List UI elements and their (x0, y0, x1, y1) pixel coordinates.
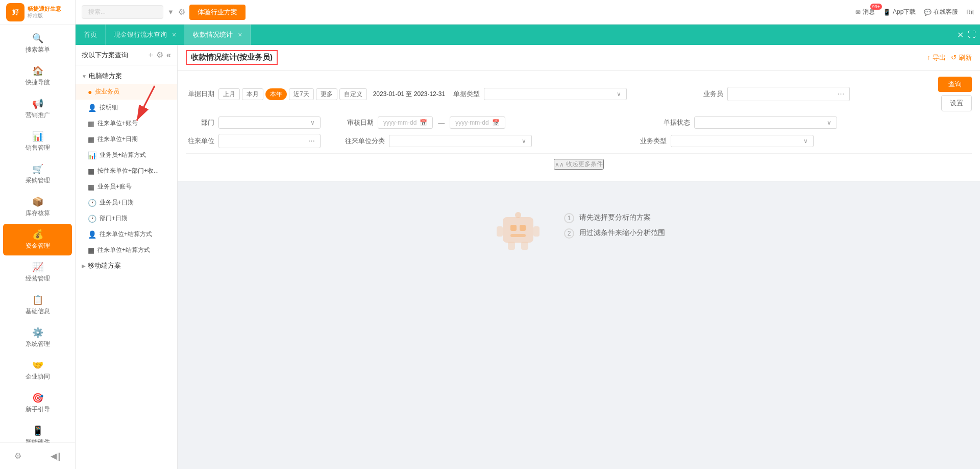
tab-bank-flow[interactable]: 现金银行流水查询 × (106, 25, 185, 45)
tree-item-by-salesperson[interactable]: ● 按业务员 (76, 84, 177, 100)
logo-icon: 好 (6, 3, 24, 21)
app-download-btn[interactable]: 📱 App下载 (883, 8, 916, 16)
review-date-label: 审核日期 (345, 118, 374, 127)
date-btn-last-month[interactable]: 上月 (218, 88, 240, 100)
date-btn-more[interactable]: 更多 (316, 88, 337, 100)
trial-btn[interactable]: 体验行业方案 (189, 5, 246, 20)
tree-group-mobile-header[interactable]: ▶ 移动端方案 (76, 258, 177, 273)
basic-info-icon: 📋 (32, 294, 43, 306)
sidebar-footer: ⚙ ◀‖ (0, 442, 75, 469)
online-service-btn[interactable]: 💬 在线客服 (924, 8, 958, 16)
tree-item-partner-date[interactable]: ▦ 往来单位+日期 (76, 131, 177, 147)
partner-dropdown[interactable]: ··· (218, 134, 321, 148)
salesperson-dropdown[interactable]: ··· (727, 87, 850, 101)
quick-nav-icon: 🏠 (32, 65, 43, 77)
svg-rect-10 (508, 242, 515, 250)
export-btn[interactable]: ↑ 导出 (927, 53, 946, 62)
tabbar-right: ✕ ⛶ (957, 25, 980, 45)
sidebar-item-finance[interactable]: 💰 资金管理 (3, 224, 72, 255)
review-date-to[interactable]: yyyy-mm-dd 📅 (450, 116, 505, 129)
tree-item-partner-account[interactable]: ▦ 往来单位+账号 (76, 115, 177, 131)
partner-category-chevron: ∨ (522, 137, 526, 145)
sidebar-item-marketing[interactable]: 📢 营销推广 (3, 93, 72, 125)
doc-status-dropdown[interactable]: ∨ (694, 116, 837, 129)
sidebar-item-inventory[interactable]: 📦 库存核算 (3, 191, 72, 223)
sidebar-item-guide[interactable]: 🎯 新手引导 (3, 387, 72, 419)
sidebar-item-sales[interactable]: 📊 销售管理 (3, 126, 72, 157)
tree-item-icon-settlement: 📊 (88, 151, 96, 159)
system-icon: ⚙️ (32, 327, 43, 338)
collapse-conditions-area: ∧∧ 收起更多条件 (186, 153, 972, 175)
right-main: 收款情况统计(按业务员) ↑ 导出 ↺ 刷新 (178, 45, 980, 469)
date-label: 单据日期 (186, 89, 214, 99)
close-window-btn[interactable]: ✕ (957, 30, 964, 40)
svg-rect-11 (521, 242, 528, 250)
refresh-btn[interactable]: ↺ 刷新 (951, 53, 972, 62)
sidebar: 好 畅捷通好生意 标准版 🔍 搜索菜单 🏠 快捷导航 📢 营销推广 📊 (0, 0, 76, 469)
date-range-display: 2023-01-01 至 2023-12-31 (373, 90, 445, 99)
svg-rect-8 (497, 226, 503, 237)
tab-bank-flow-close[interactable]: × (172, 31, 176, 39)
tab-home[interactable]: 首页 (76, 25, 106, 45)
salesperson-ellipsis[interactable]: ··· (838, 89, 844, 99)
tab-receipt-stats-close[interactable]: × (238, 31, 242, 39)
date-btn-7days[interactable]: 近7天 (289, 88, 314, 100)
date-btn-this-year[interactable]: 本年 (265, 88, 287, 100)
tree-item-partner-settlement2[interactable]: ▦ 往来单位+结算方式 (76, 242, 177, 258)
business-type-dropdown[interactable]: ∨ (671, 135, 814, 147)
date-btn-this-month[interactable]: 本月 (242, 88, 263, 100)
settings-footer-btn[interactable]: ⚙ (11, 448, 24, 464)
tree-item-salesperson-settlement[interactable]: 📊 业务员+结算方式 (76, 147, 177, 163)
sidebar-item-hardware[interactable]: 📱 智能硬件 (3, 420, 72, 442)
tree-item-by-detail[interactable]: 👤 按明细 (76, 100, 177, 115)
tree-item-salesperson-date[interactable]: 🕐 业务员+日期 (76, 195, 177, 210)
tree-item-dept-date[interactable]: 🕐 部门+日期 (76, 210, 177, 226)
svg-text:好: 好 (12, 8, 19, 16)
tab-receipt-stats[interactable]: 收款情况统计 × (185, 25, 251, 45)
tree-group-desktop-header[interactable]: ▼ 电脑端方案 (76, 68, 177, 84)
sidebar-item-enterprise[interactable]: 🤝 企业协同 (3, 355, 72, 386)
date-btn-custom[interactable]: 自定义 (339, 88, 367, 100)
user-name[interactable]: Rit (966, 9, 974, 16)
review-date-from[interactable]: yyyy-mm-dd 📅 (378, 116, 433, 129)
collapse-left-panel-btn[interactable]: « (166, 51, 171, 60)
add-schema-btn[interactable]: + (149, 51, 153, 60)
tree-item-salesperson-account[interactable]: ▦ 业务员+账号 (76, 179, 177, 195)
setting-btn[interactable]: 设置 (941, 95, 972, 111)
doc-type-dropdown[interactable]: ∨ (484, 88, 627, 100)
sidebar-item-operations[interactable]: 📈 经营管理 (3, 256, 72, 288)
schema-settings-btn[interactable]: ⚙ (156, 50, 163, 60)
topbar-gear-icon[interactable]: ⚙ (178, 7, 185, 17)
query-btn[interactable]: 查询 (938, 77, 972, 92)
page-actions: ↑ 导出 ↺ 刷新 (927, 53, 972, 62)
sidebar-item-search-menu[interactable]: 🔍 搜索菜单 (3, 28, 72, 59)
dept-chevron: ∨ (310, 119, 315, 126)
collapse-sidebar-btn[interactable]: ◀‖ (47, 448, 64, 464)
sidebar-item-purchase[interactable]: 🛒 采购管理 (3, 158, 72, 190)
partner-ellipsis[interactable]: ··· (308, 136, 315, 146)
empty-content: 1 请先选择要分析的方案 2 用过滤条件来缩小分析范围 (493, 202, 665, 254)
purchase-icon: 🛒 (32, 163, 43, 175)
tree-item-partner-settlement1[interactable]: 👤 往来单位+结算方式 (76, 226, 177, 242)
maximize-btn[interactable]: ⛶ (968, 30, 976, 39)
left-panel-actions: + ⚙ « (149, 50, 171, 60)
tree-item-partner-dept-collection[interactable]: ▦ 按往来单位+部门+收... (76, 163, 177, 179)
messages-btn[interactable]: ✉ 消息 99+ (855, 8, 875, 16)
topbar-dropdown-arrow[interactable]: ▼ (167, 8, 174, 16)
dept-label: 部门 (186, 118, 214, 127)
sidebar-item-system[interactable]: ⚙️ 系统管理 (3, 322, 72, 354)
tree-item-icon-ps1: 👤 (88, 230, 96, 239)
empty-steps: 1 请先选择要分析的方案 2 用过滤条件来缩小分析范围 (564, 213, 665, 244)
filter-salesperson-item: 业务员 ··· (695, 87, 932, 101)
collapse-conditions-btn[interactable]: ∧∧ 收起更多条件 (554, 159, 604, 170)
main-area: 搜索... ▼ ⚙ 体验行业方案 ✉ 消息 99+ 📱 App下载 💬 在线客服 (76, 0, 980, 469)
calendar-from-icon: 📅 (420, 119, 427, 126)
query-btn-area: 查询 设置 (938, 77, 972, 111)
guide-icon: 🎯 (32, 392, 43, 404)
doc-status-label: 单据状态 (662, 118, 690, 127)
hardware-icon: 📱 (32, 425, 43, 436)
sidebar-item-quick-nav[interactable]: 🏠 快捷导航 (3, 60, 72, 92)
dept-dropdown[interactable]: ∨ (218, 116, 321, 129)
partner-category-dropdown[interactable]: ∨ (389, 135, 532, 147)
sidebar-item-basic-info[interactable]: 📋 基础信息 (3, 289, 72, 321)
